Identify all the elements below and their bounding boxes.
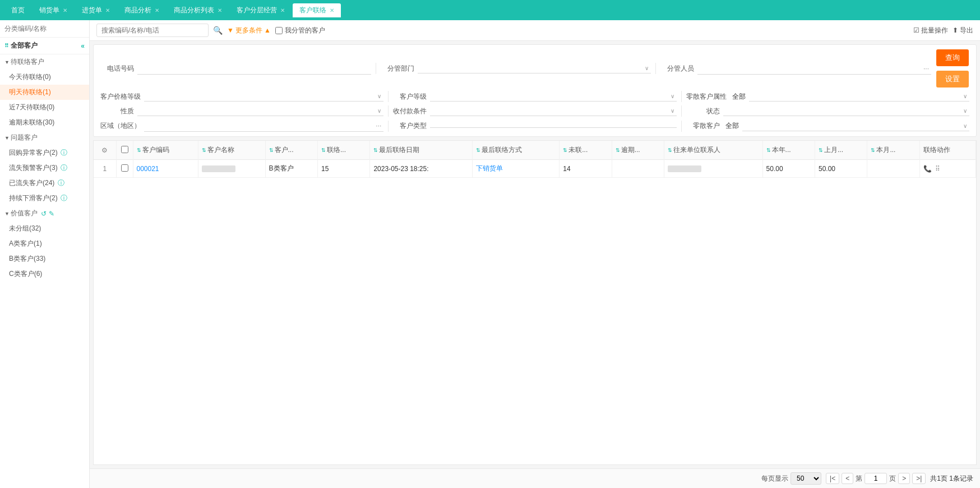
customer-code-link[interactable]: 000021 bbox=[137, 165, 159, 173]
filter-dept: 分管部门 ∨ bbox=[381, 63, 651, 73]
contact-person-masked bbox=[668, 165, 701, 172]
last-method-link[interactable]: 下销货单 bbox=[476, 164, 503, 172]
nav-close-icon[interactable]: ✕ bbox=[330, 7, 334, 13]
filter-phone: 电话号码 bbox=[100, 63, 371, 75]
customer-type-select[interactable] bbox=[430, 124, 676, 128]
sidebar-problem-group[interactable]: ▼ 问题客户 bbox=[0, 130, 89, 145]
grid-action-icon[interactable]: ⠿ bbox=[935, 165, 940, 173]
info-icon: ⓘ bbox=[58, 179, 64, 187]
nav-home[interactable]: 首页 bbox=[4, 3, 31, 17]
gender-select[interactable]: ∨ bbox=[137, 106, 383, 116]
customer-level-select[interactable]: ∨ bbox=[430, 91, 676, 102]
row-this-month bbox=[867, 160, 919, 178]
retail-customer-select[interactable]: ∨ bbox=[742, 121, 969, 131]
filter-payment: 收付款条件 ∨ bbox=[393, 106, 676, 116]
retail-attr-select[interactable]: ∨ bbox=[749, 91, 969, 102]
sidebar-item-7days-pending[interactable]: 近7天待联络(0) bbox=[0, 100, 89, 115]
sidebar-item-repurchase-abnormal[interactable]: 回购异常客户(2) ⓘ bbox=[0, 145, 89, 160]
nav-customer-tier[interactable]: 客户分层经营 ✕ bbox=[230, 3, 292, 17]
sidebar-item-churned[interactable]: 已流失客户(24) ⓘ bbox=[0, 176, 89, 191]
sort-icon: ⇅ bbox=[871, 148, 875, 153]
sidebar-value-group[interactable]: ▼ 价值客户 ↺ ✎ bbox=[0, 206, 89, 221]
nav-close-icon[interactable]: ✕ bbox=[218, 7, 222, 13]
payment-select[interactable]: ∨ bbox=[430, 106, 676, 116]
row-num: 1 bbox=[94, 160, 116, 178]
sidebar-item-today-pending[interactable]: 今天待联络(0) bbox=[0, 70, 89, 85]
top-navigation: 首页 销货单 ✕ 进货单 ✕ 商品分析 ✕ 商品分析列表 ✕ 客户分层经营 ✕ … bbox=[0, 0, 980, 20]
last-page-button[interactable]: >| bbox=[912, 473, 926, 484]
row-overdue bbox=[612, 160, 664, 178]
main-search-input[interactable] bbox=[96, 24, 209, 37]
sidebar-collapse-icon[interactable]: « bbox=[81, 42, 85, 50]
filter-region: 区域（地区） ··· bbox=[100, 120, 383, 132]
page-number-input[interactable] bbox=[865, 473, 887, 484]
page-size-select[interactable]: 50 100 200 bbox=[791, 472, 821, 485]
sidebar-item-class-a[interactable]: A类客户(1) bbox=[0, 236, 89, 251]
first-page-button[interactable]: |< bbox=[826, 473, 839, 484]
sidebar-item-declining[interactable]: 持续下滑客户(2) ⓘ bbox=[0, 191, 89, 206]
dept-select[interactable]: ∨ bbox=[418, 63, 651, 73]
settings-button[interactable]: 设置 bbox=[936, 71, 969, 88]
filter-row-1: 电话号码 分管部门 ∨ 分管人员 ··· bbox=[100, 49, 969, 88]
prev-page-button[interactable]: < bbox=[842, 473, 853, 484]
sidebar-item-overdue-pending[interactable]: 逾期未联络(30) bbox=[0, 115, 89, 130]
chevron-down-icon: ∨ bbox=[645, 65, 649, 71]
col-header-type: ⇅ 客户... bbox=[265, 141, 317, 160]
chevron-down-icon: ∨ bbox=[671, 108, 674, 114]
sidebar-item-ungrouped[interactable]: 未分组(32) bbox=[0, 221, 89, 236]
row-action: 📞 ⠿ bbox=[919, 160, 976, 178]
sidebar-item-churn-warning[interactable]: 流失预警客户(3) ⓘ bbox=[0, 160, 89, 176]
row-checkbox[interactable] bbox=[121, 164, 128, 172]
nav-product-analysis-list[interactable]: 商品分析列表 ✕ bbox=[167, 3, 229, 17]
filter-gender: 性质 ∨ bbox=[100, 106, 383, 116]
row-last-method: 下销货单 bbox=[472, 160, 560, 178]
chevron-down-icon: ∨ bbox=[963, 108, 967, 114]
phone-action-icon[interactable]: 📞 bbox=[923, 165, 932, 173]
sort-icon: ⇅ bbox=[668, 148, 672, 153]
nav-sales-order[interactable]: 销货单 ✕ bbox=[33, 3, 74, 17]
customer-grade-select[interactable]: ∨ bbox=[144, 91, 383, 102]
edit-icon[interactable]: ✎ bbox=[49, 210, 54, 218]
sidebar-search-input[interactable] bbox=[4, 25, 89, 33]
my-customer-checkbox[interactable] bbox=[275, 27, 283, 34]
col-header-contact-person: ⇅ 往来单位联系人 bbox=[664, 141, 762, 160]
sidebar-item-class-b[interactable]: B类客户(33) bbox=[0, 251, 89, 266]
sort-icon: ⇅ bbox=[269, 148, 274, 153]
manager-select[interactable]: ··· bbox=[697, 63, 931, 75]
sidebar-item-class-c[interactable]: C类客户(6) bbox=[0, 266, 89, 282]
chevron-down-icon: ∨ bbox=[671, 93, 674, 99]
info-icon: ⓘ bbox=[61, 149, 67, 156]
nav-close-icon[interactable]: ✕ bbox=[105, 7, 110, 13]
dots-icon: ··· bbox=[923, 65, 929, 72]
col-header-this-month: ⇅ 本月... bbox=[867, 141, 919, 160]
sidebar-pending-group[interactable]: ▼ 待联络客户 bbox=[0, 54, 89, 70]
sidebar-all-customers[interactable]: ⠿ 全部客户 « bbox=[0, 38, 89, 54]
nav-customer-contact[interactable]: 客户联络 ✕ bbox=[293, 3, 341, 17]
region-select[interactable]: ··· bbox=[144, 120, 383, 132]
nav-product-analysis[interactable]: 商品分析 ✕ bbox=[118, 3, 166, 17]
refresh-icon[interactable]: ↺ bbox=[41, 210, 47, 218]
filter-row-2: 客户价格等级 ∨ 客户等级 ∨ 零散客户属性 全部 bbox=[100, 91, 969, 102]
batch-operation-button[interactable]: ☑ 批量操作 bbox=[913, 26, 948, 35]
query-button[interactable]: 查询 bbox=[936, 49, 969, 66]
nav-close-icon[interactable]: ✕ bbox=[63, 7, 67, 13]
more-filter-button[interactable]: ▼ 更多条件 ▲ bbox=[227, 26, 271, 35]
sort-icon: ⇅ bbox=[616, 148, 620, 153]
export-button[interactable]: ⬆ 导出 bbox=[953, 26, 973, 35]
select-all-checkbox[interactable] bbox=[121, 146, 128, 153]
page-size-area: 每页显示 50 100 200 bbox=[761, 472, 821, 485]
row-type: B类客户 bbox=[265, 160, 317, 178]
phone-input[interactable] bbox=[137, 63, 371, 75]
next-page-button[interactable]: > bbox=[898, 473, 910, 484]
col-header-not-contacted: ⇅ 未联... bbox=[560, 141, 612, 160]
status-select[interactable]: ∨ bbox=[723, 106, 969, 116]
table-settings-col[interactable]: ⚙ bbox=[94, 141, 116, 160]
col-header-last-date: ⇅ 最后联络日期 bbox=[370, 141, 472, 160]
sort-icon: ⇅ bbox=[563, 148, 567, 153]
nav-purchase-order[interactable]: 进货单 ✕ bbox=[75, 3, 117, 17]
nav-close-icon[interactable]: ✕ bbox=[280, 7, 285, 13]
sidebar-item-tomorrow-pending[interactable]: 明天待联络(1) bbox=[0, 85, 89, 100]
main-search-button[interactable]: 🔍 bbox=[213, 26, 223, 35]
nav-close-icon[interactable]: ✕ bbox=[155, 7, 159, 13]
toolbar: 🔍 ▼ 更多条件 ▲ 我分管的客户 ☑ 批量操作 ⬆ 导出 bbox=[90, 20, 980, 41]
